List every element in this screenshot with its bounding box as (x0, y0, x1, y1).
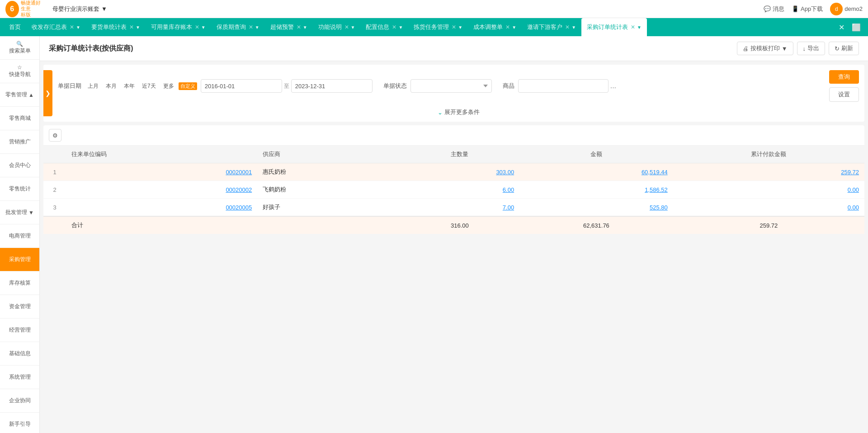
col-index (43, 146, 66, 163)
expand-more-btn[interactable]: ⌄ 展开更多条件 (58, 105, 859, 116)
window-maximize-btn[interactable]: ⬜ (848, 23, 864, 32)
sidebar-item-operations-mgmt[interactable]: 经营管理 (0, 319, 39, 342)
sidebar-item-system-mgmt[interactable]: 系统管理 (0, 366, 39, 389)
table-row: 3 00020005 好孩子 7.00 525.80 0.00 (43, 199, 864, 217)
query-btn[interactable]: 查询 (829, 70, 859, 84)
sidebar-item-newbie-guide[interactable]: 新手引导 (0, 413, 39, 433)
tab-close-icon[interactable]: ✕ (129, 24, 134, 30)
cell-unit-code-1[interactable]: 00020001 (66, 163, 257, 181)
tab-config-info[interactable]: 配置信息 ✕ ▼ (360, 18, 408, 36)
tab-overstock-warning[interactable]: 超储预警 ✕ ▼ (265, 18, 313, 36)
cell-paid-2[interactable]: 0.00 (673, 181, 864, 199)
settings-btn[interactable]: 设置 (829, 87, 859, 102)
cell-index-3: 3 (43, 199, 66, 217)
tab-order-stats[interactable]: 要货单统计表 ✕ ▼ (86, 18, 146, 36)
cell-quantity-1[interactable]: 303.00 (400, 163, 520, 181)
filter-expand-toggle[interactable]: ❯ (43, 70, 52, 116)
sidebar-item-inventory-accounting[interactable]: 库存核算 (0, 271, 39, 295)
nav-tabs: 首页 收发存汇总表 ✕ ▼ 要货单统计表 ✕ ▼ 可用量库存账本 ✕ ▼ 保质期… (0, 18, 868, 36)
shortcut-more[interactable]: 更多 (160, 81, 177, 91)
tab-close-icon[interactable]: ✕ (505, 24, 510, 30)
date-to-input[interactable] (291, 79, 373, 93)
tab-invite-downstream[interactable]: 邀请下游客户 ✕ ▼ (522, 18, 581, 36)
cell-supplier-3: 好孩子 (257, 199, 400, 217)
message-btn[interactable]: 💬 消息 (764, 5, 784, 13)
sidebar-item-retail-mall[interactable]: 零售商城 (0, 107, 39, 130)
col-unit-code: 往来单位编码 (66, 146, 257, 163)
refresh-btn[interactable]: ↻ 刷新 (829, 42, 859, 55)
sidebar-item-retail-mgmt[interactable]: 零售管理 ▲ (0, 83, 39, 107)
date-shortcuts: 上月 本月 本年 近7天 更多 自定义 (85, 81, 197, 91)
goods-input[interactable] (518, 79, 609, 93)
sidebar-item-search[interactable]: 🔍 搜索菜单 (0, 36, 39, 60)
footer-label: 合计 (66, 216, 400, 234)
footer-paid: 259.72 (673, 216, 864, 234)
cell-unit-code-2[interactable]: 00020002 (66, 181, 257, 199)
shortcut-this-month[interactable]: 本月 (103, 81, 119, 91)
tab-cost-adjust[interactable]: 成本调整单 ✕ ▼ (468, 18, 522, 36)
table-settings-btn[interactable]: ⚙ (49, 129, 61, 142)
top-bar: 6 畅捷通好生意 标版 母婴行业演示账套 ▼ 💬 消息 📱 App下载 d de… (0, 0, 868, 18)
shortcut-last-month[interactable]: 上月 (85, 81, 101, 91)
window-close-btn[interactable]: ✕ (835, 23, 848, 32)
tab-function-guide[interactable]: 功能说明 ✕ ▼ (313, 18, 361, 36)
table-toolbar: ⚙ (43, 125, 864, 146)
sidebar-item-enterprise-collab[interactable]: 企业协同 (0, 389, 39, 413)
shortcut-7days[interactable]: 近7天 (139, 81, 159, 91)
sidebar-item-ecommerce-mgmt[interactable]: 电商管理 (0, 224, 39, 248)
tab-close-icon[interactable]: ✕ (565, 24, 570, 30)
tab-close-active-icon[interactable]: ✕ (631, 24, 635, 30)
workspace-selector[interactable]: 母婴行业演示账套 ▼ (52, 5, 109, 13)
tab-home[interactable]: 首页 (4, 18, 26, 36)
goods-dots-btn[interactable]: ... (609, 82, 618, 90)
tab-close-icon[interactable]: ✕ (249, 24, 253, 30)
cell-amount-2[interactable]: 1,586.52 (519, 181, 673, 199)
tab-close-icon[interactable]: ✕ (344, 24, 349, 30)
tab-receive-summary[interactable]: 收发存汇总表 ✕ ▼ (26, 18, 86, 36)
cell-amount-1[interactable]: 60,519.44 (519, 163, 673, 181)
sidebar-item-financial-mgmt[interactable]: 资金管理 (0, 295, 39, 319)
sidebar-item-retail-stats[interactable]: 零售统计 (0, 177, 39, 201)
tab-arrow-active-icon: ▼ (637, 25, 642, 30)
sidebar-item-member-center[interactable]: 会员中心 (0, 154, 39, 177)
tab-pick-task[interactable]: 拣货任务管理 ✕ ▼ (408, 18, 468, 36)
export-btn[interactable]: ↓ 导出 (797, 42, 826, 55)
tab-close-icon[interactable]: ✕ (392, 24, 396, 30)
sidebar-item-basic-info[interactable]: 基础信息 (0, 342, 39, 366)
print-btn[interactable]: 🖨 按模板打印 ▼ (737, 42, 793, 55)
cell-quantity-2[interactable]: 6.00 (400, 181, 520, 199)
message-icon: 💬 (764, 5, 771, 12)
col-paid: 累计付款金额 (673, 146, 864, 163)
user-profile[interactable]: d demo2 (830, 3, 863, 15)
cell-paid-3[interactable]: 0.00 (673, 199, 864, 217)
status-select[interactable] (410, 79, 492, 93)
sidebar-item-marketing[interactable]: 营销推广 (0, 130, 39, 154)
date-from-input[interactable] (201, 79, 282, 93)
sidebar-item-shortcuts[interactable]: ☆ 快捷导航 (0, 60, 39, 83)
logo-text: 畅捷通好生意 标版 (21, 0, 45, 18)
print-icon: 🖨 (743, 45, 749, 52)
sidebar-item-purchase-mgmt[interactable]: 采购管理 (0, 248, 39, 271)
logo-icon: 6 (5, 1, 19, 17)
sidebar-item-wholesale-mgmt[interactable]: 批发管理 ▼ (0, 201, 39, 224)
logo-area: 6 畅捷通好生意 标版 (5, 0, 45, 18)
cell-quantity-3[interactable]: 7.00 (400, 199, 520, 217)
cell-amount-3[interactable]: 525.80 (519, 199, 673, 217)
app-download-btn[interactable]: 📱 App下载 (792, 5, 823, 13)
tab-available-stock[interactable]: 可用量库存账本 ✕ ▼ (146, 18, 211, 36)
chevron-up-icon: ▲ (28, 92, 34, 98)
tab-expiry-query[interactable]: 保质期查询 ✕ ▼ (211, 18, 265, 36)
tab-close-icon[interactable]: ✕ (70, 24, 74, 30)
tab-close-icon[interactable]: ✕ (297, 24, 301, 30)
cell-unit-code-3[interactable]: 00020005 (66, 199, 257, 217)
tab-close-icon[interactable]: ✕ (452, 24, 456, 30)
nav-actions: ✕ ⬜ (835, 23, 868, 32)
tab-arrow-icon: ▼ (76, 25, 80, 30)
tab-purchase-order-stats[interactable]: 采购订单统计表 ✕ ▼ (581, 18, 647, 36)
filter-grid: 单据日期 上月 本月 本年 近7天 更多 自定义 至 (58, 70, 864, 116)
cell-paid-1[interactable]: 259.72 (673, 163, 864, 181)
goods-input-area: ... (518, 79, 618, 93)
tab-close-icon[interactable]: ✕ (195, 24, 199, 30)
print-dropdown-icon: ▼ (782, 45, 788, 52)
shortcut-this-year[interactable]: 本年 (121, 81, 137, 91)
